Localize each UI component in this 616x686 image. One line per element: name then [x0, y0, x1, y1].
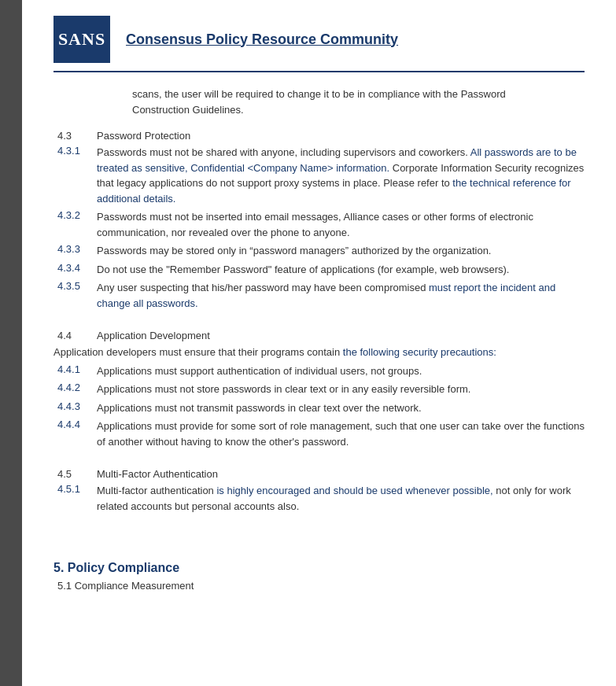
page-title: Consensus Policy Resource Community: [126, 31, 398, 48]
section-4-4: 4.4 Application Development Application …: [53, 330, 585, 449]
section-4-3-header: 4.3 Password Protection: [53, 130, 585, 142]
section-4-3-num: 4.3: [53, 130, 97, 142]
subsection-4-4-3: 4.4.3 Applications must not transmit pas…: [53, 400, 585, 416]
page-header: SANS Consensus Policy Resource Community: [53, 16, 585, 72]
logo-text: SANS: [58, 29, 105, 50]
section-4-3-title: Password Protection: [97, 130, 190, 142]
subsection-4-4-4: 4.4.4 Applications must provide for some…: [53, 419, 585, 449]
sans-logo: SANS: [53, 16, 110, 63]
section-4-4-num: 4.4: [53, 330, 97, 341]
section-4-5-title: Multi-Factor Authentication: [97, 468, 218, 480]
section-4-5-num: 4.5: [53, 468, 97, 480]
section-4-4-title: Application Development: [97, 330, 210, 341]
section-5-title: 5. Policy Compliance: [53, 561, 585, 575]
subsection-4-4-2: 4.4.2 Applications must not store passwo…: [53, 382, 585, 397]
section-4-4-header: 4.4 Application Development: [53, 330, 585, 341]
section-5: 5. Policy Compliance 5.1 Compliance Meas…: [53, 561, 585, 592]
section-4-3: 4.3 Password Protection 4.3.1 Passwords …: [53, 130, 585, 311]
subsection-4-3-1: 4.3.1 Passwords must not be shared with …: [53, 145, 585, 206]
section-4-5-header: 4.5 Multi-Factor Authentication: [53, 468, 585, 480]
section-4-5: 4.5 Multi-Factor Authentication 4.5.1 Mu…: [53, 468, 585, 514]
subsection-4-5-1: 4.5.1 Multi-factor authentication is hig…: [53, 483, 585, 514]
subsection-4-3-4: 4.3.4 Do not use the "Remember Password"…: [53, 262, 585, 278]
section-5-sub: 5.1 Compliance Measurement: [53, 580, 585, 592]
left-sidebar: [0, 0, 22, 686]
subsection-4-3-2: 4.3.2 Passwords must not be inserted int…: [53, 209, 585, 240]
subsection-4-4-1: 4.4.1 Applications must support authenti…: [53, 363, 585, 379]
subsection-4-3-5: 4.3.5 Any user suspecting that his/her p…: [53, 280, 585, 311]
subsection-4-3-3: 4.3.3 Passwords may be stored only in “p…: [53, 243, 585, 259]
intro-text: scans, the user will be required to chan…: [132, 87, 585, 117]
app-dev-intro: Application developers must ensure that …: [53, 345, 585, 360]
main-content: SANS Consensus Policy Resource Community…: [22, 0, 616, 686]
